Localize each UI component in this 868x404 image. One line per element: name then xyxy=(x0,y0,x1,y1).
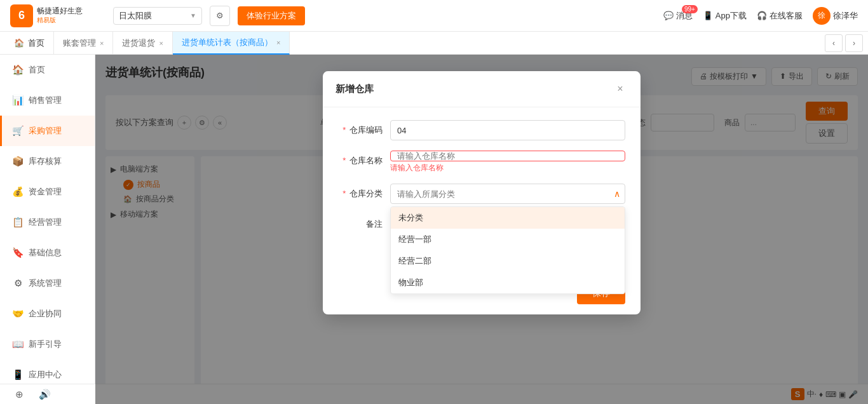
message-button[interactable]: 💬 消息 99+ xyxy=(663,10,693,22)
logo-text: 畅捷通好生意 xyxy=(37,6,83,17)
speaker-icon[interactable]: 🔊 xyxy=(36,386,53,403)
sidebar-item-purchase[interactable]: 🛒 采购管理 xyxy=(0,116,95,146)
modal-body: * 仓库编码 * 仓库名称 请输入仓库名称 xyxy=(323,107,641,275)
sidebar-item-finance[interactable]: 💰 资金管理 xyxy=(0,177,95,207)
operations-sidebar-icon: 📋 xyxy=(12,217,24,228)
sidebar-item-system-label: 系统管理 xyxy=(29,278,62,289)
warehouse-category-input[interactable] xyxy=(390,184,625,204)
sales-sidebar-icon: 📊 xyxy=(12,95,24,106)
store-name: 日太阳膜 xyxy=(119,10,187,22)
sidebar-item-operations[interactable]: 📋 经营管理 xyxy=(0,207,95,238)
tab-home[interactable]: 🏠 首页 xyxy=(5,32,54,55)
sidebar-item-operations-label: 经营管理 xyxy=(29,217,62,228)
purchase-sidebar-icon: 🛒 xyxy=(12,125,24,137)
headset-icon: 🎧 xyxy=(757,11,767,20)
logo-text-area: 畅捷通好生意 精易版 xyxy=(37,6,83,25)
dropdown-item-dept2[interactable]: 经营二部 xyxy=(391,250,625,272)
category-dropdown: 未分类 经营一部 经营二部 物业部 xyxy=(390,206,625,294)
bottom-icons-left: ⊕ 🔊 xyxy=(10,386,53,403)
warehouse-name-label: * 仓库名称 xyxy=(338,151,383,166)
sidebar-item-home[interactable]: 🏠 首页 xyxy=(0,55,95,85)
tab-next-button[interactable]: › xyxy=(845,34,863,52)
message-icon: 💬 xyxy=(663,11,674,20)
warehouse-category-label: * 仓库分类 xyxy=(338,184,383,199)
sidebar-item-sales[interactable]: 📊 销售管理 xyxy=(0,85,95,116)
message-badge: 99+ xyxy=(682,5,698,13)
sidebar-item-inventory-label: 库存核算 xyxy=(29,156,62,167)
tab-purchase-stats-label: 进货单统计表（按商品） xyxy=(182,37,273,48)
modal-title: 新增仓库 xyxy=(336,83,374,95)
sidebar-item-enterprise-label: 企业协同 xyxy=(29,308,62,320)
modal-header: 新增仓库 × xyxy=(323,71,641,107)
dropdown-item-dept1[interactable]: 经营一部 xyxy=(391,229,625,250)
sidebar-item-guide-label: 新手引导 xyxy=(29,339,62,350)
tab-account[interactable]: 账套管理 × xyxy=(54,32,113,55)
sidebar-item-enterprise[interactable]: 🤝 企业协同 xyxy=(0,299,95,329)
store-selector[interactable]: 日太阳膜 ▼ xyxy=(113,7,202,25)
sidebar-item-guide[interactable]: 📖 新手引导 xyxy=(0,329,95,360)
inventory-sidebar-icon: 📦 xyxy=(12,156,24,167)
home-icon: 🏠 xyxy=(14,38,24,48)
home-sidebar-icon: 🏠 xyxy=(12,64,24,76)
sidebar-item-home-label: 首页 xyxy=(29,64,45,76)
sidebar-item-inventory[interactable]: 📦 库存核算 xyxy=(0,146,95,177)
chevron-down-icon: ▼ xyxy=(190,12,196,19)
dropdown-item-dept3[interactable]: 物业部 xyxy=(391,272,625,293)
sidebar-item-basic-info-label: 基础信息 xyxy=(29,247,62,259)
enterprise-sidebar-icon: 🤝 xyxy=(12,308,24,320)
sidebar-item-app-center-label: 应用中心 xyxy=(29,369,62,380)
gear-icon: ⚙ xyxy=(216,11,224,20)
app-download-button[interactable]: 📱 App下载 xyxy=(703,10,747,22)
sidebar-item-sales-label: 销售管理 xyxy=(29,95,62,106)
app-center-sidebar-icon: 📱 xyxy=(12,369,24,380)
modal-close-button[interactable]: × xyxy=(613,81,628,97)
tab-prev-button[interactable]: ‹ xyxy=(825,34,843,52)
warehouse-code-group: * 仓库编码 xyxy=(338,120,625,140)
avatar-initial: 徐 xyxy=(818,10,825,21)
phone-icon: 📱 xyxy=(703,11,713,20)
top-header: 6 畅捷通好生意 精易版 日太阳膜 ▼ ⚙ 体验行业方案 💬 消息 99+ 📱 … xyxy=(0,0,868,32)
guide-sidebar-icon: 📖 xyxy=(12,339,24,350)
sidebar-item-finance-label: 资金管理 xyxy=(29,186,62,198)
new-warehouse-modal: 新增仓库 × * 仓库编码 * 仓库名称 xyxy=(323,71,641,314)
dropdown-item-unclassified[interactable]: 未分类 xyxy=(391,207,625,229)
user-avatar: 徐 xyxy=(813,7,831,25)
main-layout: 🏠 首页 📊 销售管理 🛒 采购管理 📦 库存核算 💰 资金管理 📋 经营管理 … xyxy=(0,55,868,404)
logo-icon: 6 xyxy=(10,4,33,27)
user-area[interactable]: 徐 徐泽华 xyxy=(813,7,858,25)
finance-sidebar-icon: 💰 xyxy=(12,186,24,198)
trial-button[interactable]: 体验行业方案 xyxy=(238,6,305,25)
content-area: 进货单统计(按商品) 🖨 按模板打印 ▼ ⬆ 导出 ↻ 刷新 xyxy=(95,55,868,404)
tab-account-label: 账套管理 xyxy=(63,37,96,49)
tab-account-close[interactable]: × xyxy=(100,39,104,47)
warehouse-category-group: * 仓库分类 ∧ 未分类 经营一部 经营二部 物业部 xyxy=(338,184,625,204)
gear-button[interactable]: ⚙ xyxy=(210,6,230,26)
expand-icon[interactable]: ⊕ xyxy=(10,386,28,403)
online-service-button[interactable]: 🎧 在线客服 xyxy=(757,10,803,22)
warehouse-code-label: * 仓库编码 xyxy=(338,120,383,136)
tab-purchase-return[interactable]: 进货退货 × xyxy=(113,32,172,55)
warehouse-name-error: 请输入仓库名称 xyxy=(390,163,625,173)
tab-home-label: 首页 xyxy=(28,37,44,49)
tab-purchase-stats-close[interactable]: × xyxy=(276,39,280,46)
tab-purchase-return-close[interactable]: × xyxy=(159,39,163,47)
warehouse-category-select-wrapper: ∧ 未分类 经营一部 经营二部 物业部 xyxy=(390,184,625,204)
warehouse-name-group: * 仓库名称 请输入仓库名称 xyxy=(338,151,625,173)
tab-bar-actions: ‹ › xyxy=(825,34,863,52)
logo-sub: 精易版 xyxy=(37,16,83,25)
logo-area: 6 畅捷通好生意 精易版 xyxy=(10,4,105,27)
username: 徐泽华 xyxy=(833,10,858,22)
sidebar-item-basic-info[interactable]: 🔖 基础信息 xyxy=(0,238,95,268)
tab-bar: 🏠 首页 账套管理 × 进货退货 × 进货单统计表（按商品） × ‹ › xyxy=(0,32,868,55)
system-sidebar-icon: ⚙ xyxy=(12,278,24,289)
online-service-label: 在线客服 xyxy=(770,10,803,22)
sidebar-item-system[interactable]: ⚙ 系统管理 xyxy=(0,268,95,299)
tab-purchase-return-label: 进货退货 xyxy=(122,37,155,49)
sidebar-item-purchase-label: 采购管理 xyxy=(29,125,62,137)
header-right: 💬 消息 99+ 📱 App下载 🎧 在线客服 徐 徐泽华 xyxy=(663,7,858,25)
app-download-label: App下载 xyxy=(715,10,747,22)
warehouse-name-input[interactable] xyxy=(390,151,625,161)
remark-label: 备注 xyxy=(338,214,383,230)
tab-purchase-stats[interactable]: 进货单统计表（按商品） × xyxy=(173,32,290,55)
warehouse-code-input[interactable] xyxy=(390,120,625,140)
